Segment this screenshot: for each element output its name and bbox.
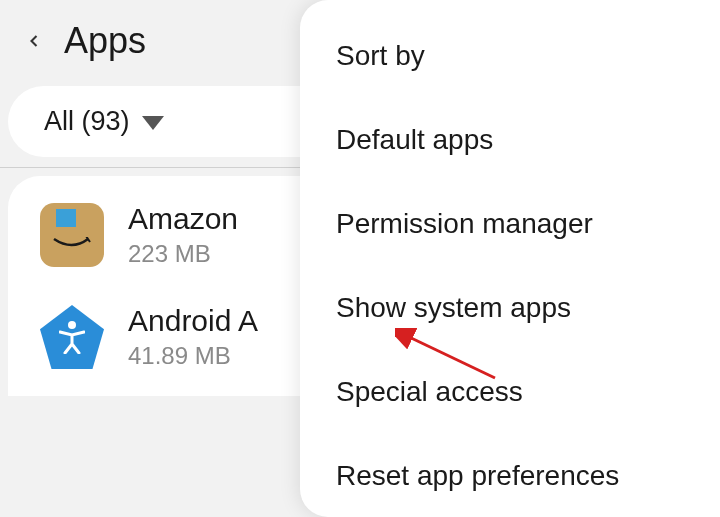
page-title: Apps <box>64 20 146 62</box>
filter-label: All (93) <box>44 106 130 137</box>
overflow-menu: Sort by Default apps Permission manager … <box>300 0 720 517</box>
app-name: Android A <box>128 304 258 338</box>
android-accessibility-icon <box>40 305 104 369</box>
app-info: Amazon 223 MB <box>128 202 238 268</box>
app-info: Android A 41.89 MB <box>128 304 258 370</box>
amazon-app-icon <box>40 203 104 267</box>
dropdown-icon <box>142 116 164 130</box>
menu-item-sort-by[interactable]: Sort by <box>300 14 720 98</box>
menu-item-show-system-apps[interactable]: Show system apps <box>300 266 720 350</box>
menu-item-special-access[interactable]: Special access <box>300 350 720 434</box>
menu-item-default-apps[interactable]: Default apps <box>300 98 720 182</box>
svg-point-0 <box>68 321 76 329</box>
back-icon[interactable] <box>24 31 44 51</box>
menu-item-reset-app-preferences[interactable]: Reset app preferences <box>300 434 720 517</box>
app-name: Amazon <box>128 202 238 236</box>
app-size: 223 MB <box>128 240 238 268</box>
menu-item-permission-manager[interactable]: Permission manager <box>300 182 720 266</box>
app-size: 41.89 MB <box>128 342 258 370</box>
